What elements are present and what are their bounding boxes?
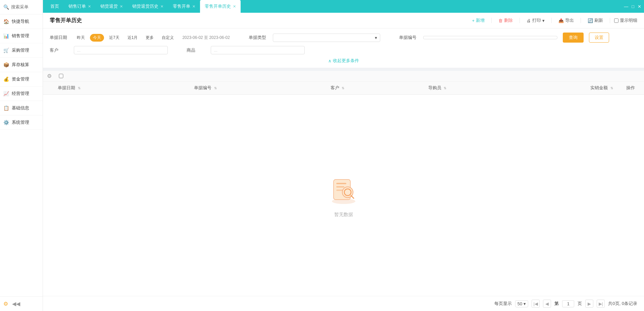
pagination: 每页显示 50 ▾ |◀ ◀ 第 页 ▶ ▶| 共0页, 0条记录 — [43, 296, 644, 311]
table-area: ⚙ 单据日期 ⇅ 单据编号 ⇅ 客户 ⇅ — [43, 71, 644, 296]
date-filter-buttons: 昨天 今天 近7天 近1月 更多 自定义 — [74, 34, 177, 42]
sidebar-bottom: ⚙ ◀◀ — [0, 296, 43, 311]
svg-line-7 — [351, 196, 354, 198]
tab-sales-order[interactable]: 销售订单 ✕ — [64, 0, 96, 13]
sidebar-item-purchase-mgmt[interactable]: 🛒 采购管理 — [0, 43, 43, 58]
box-icon: 📦 — [3, 62, 9, 67]
goods-input[interactable]: ... — [211, 46, 305, 54]
divider-5 — [610, 18, 610, 23]
th-date-label: 单据日期 — [58, 85, 75, 90]
date-btn-7days[interactable]: 近7天 — [106, 34, 122, 42]
delete-button[interactable]: 🗑 删除 — [496, 16, 515, 25]
tab-retail-open-close[interactable]: ✕ — [192, 4, 195, 9]
print-icon: 🖨 — [527, 18, 531, 23]
empty-text: 暂无数据 — [334, 212, 353, 218]
first-page-button[interactable]: |◀ — [532, 300, 540, 308]
export-button[interactable]: 📤 导出 — [556, 16, 577, 25]
settings-button[interactable]: 设置 — [589, 33, 609, 43]
date-btn-yesterday[interactable]: 昨天 — [74, 34, 88, 42]
sidebar-search[interactable]: 🔍 搜索采单 — [0, 0, 43, 14]
th-no[interactable]: 单据编号 ⇅ — [190, 82, 326, 95]
tab-sales-return-label: 销货退货 — [100, 3, 118, 9]
sidebar-item-operations[interactable]: 📈 经营管理 — [0, 87, 43, 101]
close-btn[interactable]: ✕ — [638, 4, 641, 9]
maximize-btn[interactable]: □ — [632, 4, 634, 9]
sort-no-icon[interactable]: ⇅ — [214, 86, 217, 90]
date-btn-more[interactable]: 更多 — [143, 34, 157, 42]
customer-input[interactable]: ... — [74, 46, 168, 54]
goods-label: 商品 — [187, 47, 205, 53]
page-input[interactable] — [562, 300, 574, 307]
sidebar-item-sales-mgmt[interactable]: 📊 销售管理 — [0, 29, 43, 43]
filter-row-2: 客户 ... 商品 ... — [50, 46, 637, 54]
tab-retail-open[interactable]: 零售开单 ✕ — [168, 0, 200, 13]
info-icon: 📋 — [3, 105, 9, 111]
minimize-btn[interactable]: — — [624, 4, 628, 9]
add-icon: + — [472, 18, 475, 23]
divider-4 — [581, 18, 581, 23]
th-customer[interactable]: 客户 ⇅ — [327, 82, 424, 95]
select-all-checkbox[interactable] — [56, 74, 66, 78]
date-btn-today[interactable]: 今天 — [90, 34, 104, 42]
tab-sales-return-close[interactable]: ✕ — [120, 4, 123, 9]
bill-no-label: 单据编号 — [399, 35, 418, 41]
per-page-select[interactable]: 50 ▾ — [515, 300, 528, 307]
refresh-icon: 🔄 — [588, 18, 593, 23]
print-button[interactable]: 🖨 打印 ▾ — [524, 16, 547, 25]
page-header: 零售开单历史 + 新增 🗑 删除 🖨 打印 ▾ 📤 导出 — [43, 13, 644, 29]
table-settings-icon[interactable]: ⚙ — [47, 73, 52, 79]
next-page-button[interactable]: ▶ — [585, 300, 593, 308]
th-salesperson-label: 导购员 — [428, 85, 441, 90]
sort-date-icon[interactable]: ⇅ — [78, 86, 81, 90]
th-no-label: 单据编号 — [194, 85, 211, 90]
tab-sales-return-history[interactable]: 销货退货历史 ✕ — [128, 0, 168, 13]
tab-home-label: 首页 — [50, 3, 59, 9]
add-button[interactable]: + 新增 — [469, 16, 487, 25]
sort-amount-icon[interactable]: ⇅ — [610, 86, 613, 90]
show-detail-checkbox[interactable]: 显示明细 — [614, 17, 637, 23]
tab-retail-history-close[interactable]: ✕ — [233, 4, 236, 9]
query-button[interactable]: 查询 — [563, 33, 584, 43]
delete-label: 删除 — [504, 17, 513, 23]
sort-customer-icon[interactable]: ⇅ — [342, 86, 344, 90]
show-detail-input[interactable] — [614, 18, 618, 23]
total-info: 共0页, 0条记录 — [608, 301, 637, 307]
th-date[interactable]: 单据日期 ⇅ — [54, 82, 190, 95]
th-amount[interactable]: 实销金额 ⇅ — [577, 82, 617, 95]
last-page-button[interactable]: ▶| — [597, 300, 605, 308]
export-icon: 📤 — [558, 18, 564, 23]
tab-retail-open-label: 零售开单 — [173, 3, 190, 9]
sort-salesperson-icon[interactable]: ⇅ — [444, 86, 446, 90]
export-label: 导出 — [565, 17, 574, 23]
bill-no-input[interactable] — [423, 36, 557, 39]
tab-sales-return-history-close[interactable]: ✕ — [160, 4, 163, 9]
sidebar-item-label: 快捷导航 — [12, 18, 29, 24]
tab-sales-return-history-label: 销货退货历史 — [132, 3, 158, 9]
sidebar-item-quick-nav[interactable]: 🏠 快捷导航 — [0, 14, 43, 29]
settings-icon[interactable]: ⚙ — [3, 301, 8, 307]
chart-icon: 📊 — [3, 33, 9, 39]
chevron-down-icon: ▾ — [375, 35, 377, 40]
date-btn-1month[interactable]: 近1月 — [125, 34, 141, 42]
date-btn-custom[interactable]: 自定义 — [159, 34, 177, 42]
th-salesperson[interactable]: 导购员 ⇅ — [424, 82, 541, 95]
sidebar-item-system-mgmt[interactable]: ⚙️ 系统管理 — [0, 115, 43, 130]
refresh-button[interactable]: 🔄 刷新 — [585, 16, 606, 25]
svg-rect-3 — [336, 186, 344, 188]
tab-home[interactable]: 首页 — [46, 0, 64, 13]
svg-rect-4 — [336, 190, 343, 191]
tab-retail-history[interactable]: 零售开单历史 ✕ — [200, 0, 241, 13]
tab-sales-return[interactable]: 销货退货 ✕ — [96, 0, 128, 13]
customer-label: 客户 — [50, 47, 68, 53]
collapse-filters[interactable]: ∧ 收起更多条件 — [50, 58, 637, 64]
sidebar-item-basic-info[interactable]: 📋 基础信息 — [0, 101, 43, 115]
sidebar-item-label: 库存核算 — [12, 62, 29, 68]
sidebar-item-finance[interactable]: 💰 资金管理 — [0, 72, 43, 87]
collapse-sidebar-icon[interactable]: ◀◀ — [12, 301, 20, 307]
sidebar-item-inventory[interactable]: 📦 库存核算 — [0, 58, 43, 72]
prev-page-button[interactable]: ◀ — [543, 300, 551, 308]
tab-sales-order-close[interactable]: ✕ — [88, 4, 91, 9]
delete-icon: 🗑 — [498, 18, 503, 23]
sidebar-item-label: 经营管理 — [12, 91, 29, 97]
bill-type-select[interactable]: ▾ — [273, 34, 380, 42]
